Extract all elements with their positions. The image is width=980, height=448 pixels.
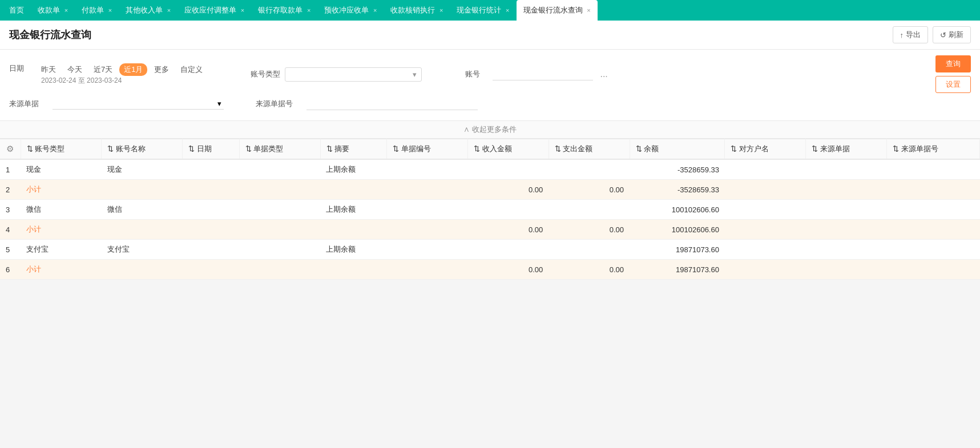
chevron-down-icon: ▾ [413, 70, 417, 79]
cell-expense: 0.00 [549, 220, 630, 240]
cell-account-type: 小计 [21, 260, 102, 280]
row-no: 5 [0, 240, 21, 260]
nav-item-payment[interactable]: 付款单 × [75, 0, 119, 21]
filter-area: 日期 昨天 今天 近7天 近1月 更多 自定义 2023-02-24 至 202… [0, 50, 980, 121]
th-account-type[interactable]: ⇅ 账号类型 [21, 139, 102, 160]
date-btn-custom[interactable]: 自定义 [176, 63, 207, 76]
cell-income [467, 159, 549, 180]
chevron-down-icon: ▾ [217, 99, 221, 108]
cell-expense [549, 159, 630, 180]
close-icon[interactable]: × [64, 7, 68, 14]
cell-doc-type [239, 260, 320, 280]
th-date[interactable]: ⇅ 日期 [183, 139, 240, 160]
filter-row-date: 日期 昨天 今天 近7天 近1月 更多 自定义 2023-02-24 至 202… [9, 55, 971, 93]
th-settings: ⚙ [0, 139, 21, 160]
close-icon[interactable]: × [439, 7, 443, 14]
close-icon[interactable]: × [587, 7, 590, 14]
date-shortcuts-group: 昨天 今天 近7天 近1月 更多 自定义 2023-02-24 至 2023-0… [37, 63, 207, 86]
table-body: 1现金现金上期余额-3528659.332小计0.000.00-3528659.… [0, 159, 980, 280]
th-counterparty[interactable]: ⇅ 对方户名 [725, 139, 806, 160]
cell-doc-no [387, 260, 468, 280]
th-source-doc-no[interactable]: ⇅ 来源单据号 [887, 139, 980, 160]
row-no: 6 [0, 260, 21, 280]
nav-item-flow-query[interactable]: 现金银行流水查询 × [517, 0, 598, 21]
th-income[interactable]: ⇅ 收入金额 [467, 139, 549, 160]
close-icon[interactable]: × [506, 7, 509, 14]
cell-doc-no [387, 159, 468, 180]
nav-item-receipt[interactable]: 收款单 × [31, 0, 75, 21]
row-no: 4 [0, 220, 21, 240]
cell-doc-no [387, 180, 468, 200]
cell-expense: 0.00 [549, 180, 630, 200]
row-no: 2 [0, 180, 21, 200]
cell-counterparty [725, 260, 806, 280]
header-actions: ↑ 导出 ↺ 刷新 [893, 26, 971, 49]
th-balance[interactable]: ⇅ 余额 [630, 139, 725, 160]
cell-income: 0.00 [467, 220, 549, 240]
account-type-label: 账号类型 [251, 69, 280, 79]
date-label: 日期 [9, 63, 32, 74]
cell-source-doc-no [887, 220, 980, 240]
cell-counterparty [725, 180, 806, 200]
cell-summary: 上期余额 [320, 240, 387, 260]
account-type-select[interactable]: ▾ [285, 67, 422, 82]
cell-balance: 19871073.60 [630, 260, 725, 280]
cell-source-doc-no [887, 159, 980, 180]
dots-icon[interactable]: ... [600, 69, 607, 79]
close-icon[interactable]: × [241, 7, 244, 14]
table-header: ⚙ ⇅ 账号类型 ⇅ 账号名称 ⇅ 日期 ⇅ 单据类型 ⇅ 摘要 [0, 139, 980, 160]
cell-account-type: 微信 [21, 200, 102, 220]
th-summary[interactable]: ⇅ 摘要 [320, 139, 387, 160]
date-btn-yesterday[interactable]: 昨天 [37, 63, 61, 76]
cell-doc-no [387, 200, 468, 220]
table-row: 1现金现金上期余额-3528659.33 [0, 159, 980, 180]
th-doc-no[interactable]: ⇅ 单据编号 [387, 139, 468, 160]
nav-item-adjustment[interactable]: 应收应付调整单 × [178, 0, 251, 21]
query-button[interactable]: 查询 [935, 55, 971, 72]
data-table: ⚙ ⇅ 账号类型 ⇅ 账号名称 ⇅ 日期 ⇅ 单据类型 ⇅ 摘要 [0, 139, 980, 280]
th-doc-type[interactable]: ⇅ 单据类型 [239, 139, 320, 160]
cell-account-name [102, 260, 183, 280]
close-icon[interactable]: × [108, 7, 112, 14]
cell-counterparty [725, 159, 806, 180]
export-button[interactable]: ↑ 导出 [893, 26, 929, 43]
close-icon[interactable]: × [373, 7, 377, 14]
table-row: 6小计0.000.0019871073.60 [0, 260, 980, 280]
date-btn-today[interactable]: 今天 [63, 63, 87, 76]
gear-icon[interactable]: ⚙ [6, 144, 14, 154]
date-btn-more[interactable]: 更多 [150, 63, 174, 76]
nav-item-verify[interactable]: 收款核销执行 × [384, 0, 450, 21]
cell-expense [549, 240, 630, 260]
cell-account-type: 小计 [21, 220, 102, 240]
close-icon[interactable]: × [307, 7, 310, 14]
account-no-input[interactable] [493, 68, 593, 80]
collapse-up-icon: ∧ [463, 125, 472, 134]
nav-item-bank-deposit[interactable]: 银行存取款单 × [251, 0, 317, 21]
refresh-button[interactable]: ↺ 刷新 [933, 26, 971, 43]
cell-doc-type [239, 200, 320, 220]
nav-item-advance[interactable]: 预收冲应收单 × [317, 0, 384, 21]
nav-item-stats[interactable]: 现金银行统计 × [450, 0, 516, 21]
cell-account-type: 现金 [21, 159, 102, 180]
settings-button[interactable]: 设置 [935, 76, 971, 93]
source-doc-no-input[interactable] [306, 98, 478, 110]
date-range-display: 2023-02-24 至 2023-03-24 [41, 76, 207, 86]
nav-item-other-income[interactable]: 其他收入单 × [119, 0, 178, 21]
th-account-name[interactable]: ⇅ 账号名称 [102, 139, 183, 160]
cell-account-type: 支付宝 [21, 240, 102, 260]
date-btn-1month[interactable]: 近1月 [119, 63, 147, 76]
top-navigation: 首页 收款单 × 付款单 × 其他收入单 × 应收应付调整单 × 银行存取款单 … [0, 0, 980, 21]
cell-summary: 上期余额 [320, 159, 387, 180]
close-icon[interactable]: × [167, 7, 171, 14]
th-source-doc[interactable]: ⇅ 来源单据 [806, 139, 887, 160]
collapse-bar[interactable]: ∧ 收起更多条件 [0, 121, 980, 139]
source-doc-select[interactable]: ▾ [53, 98, 224, 110]
cell-date [183, 200, 240, 220]
cell-source-doc [806, 180, 887, 200]
cell-expense [549, 200, 630, 220]
cell-balance: -3528659.33 [630, 180, 725, 200]
cell-income: 0.00 [467, 180, 549, 200]
date-btn-7days[interactable]: 近7天 [89, 63, 117, 76]
th-expense[interactable]: ⇅ 支出金额 [549, 139, 630, 160]
nav-item-home[interactable]: 首页 [2, 0, 31, 21]
